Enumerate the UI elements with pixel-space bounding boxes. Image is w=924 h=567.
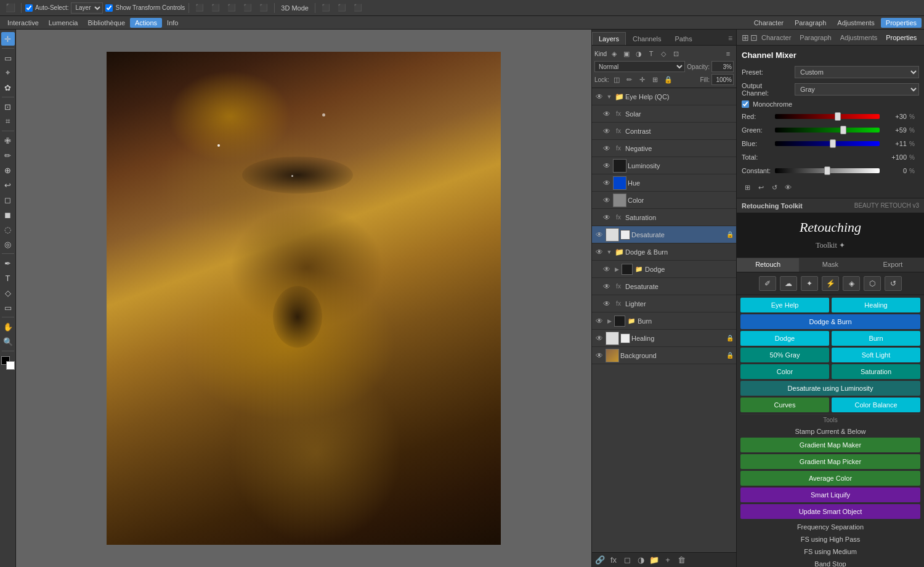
- prop-char-tab[interactable]: Character: [758, 33, 795, 43]
- zoom-tool[interactable]: 🔍: [1, 335, 15, 348]
- rt-btn-healing[interactable]: Healing: [832, 298, 920, 312]
- layer-vis-luminosity[interactable]: 👁: [602, 161, 612, 171]
- move-tool[interactable]: ✛: [1, 32, 15, 46]
- cm-constant-thumb[interactable]: [824, 166, 830, 175]
- prop-para-tab[interactable]: Paragraph: [796, 33, 835, 43]
- expand-burn[interactable]: ▶: [606, 317, 613, 325]
- expand-eye-help[interactable]: ▼: [606, 93, 613, 100]
- auto-select-checkbox[interactable]: [25, 4, 33, 12]
- lock-transparent[interactable]: ◫: [611, 74, 622, 85]
- menu-bibliotheque[interactable]: Bibliothèque: [83, 18, 130, 28]
- lock-all[interactable]: 🔒: [663, 74, 674, 85]
- rt-btn-stamp[interactable]: Stamp Current & Below: [740, 425, 920, 438]
- layer-dodge-group[interactable]: 👁 ▶ 📁 Dodge: [592, 261, 736, 278]
- layer-vis-color[interactable]: 👁: [602, 195, 612, 205]
- brush-tool[interactable]: ✏: [1, 149, 15, 162]
- cm-constant-slider[interactable]: [775, 168, 880, 173]
- rt-tab-mask[interactable]: Mask: [799, 258, 861, 272]
- eraser-tool[interactable]: ◻: [1, 193, 15, 206]
- align-btn-4[interactable]: ⬛: [241, 2, 254, 13]
- layer-vis-hue[interactable]: 👁: [602, 178, 612, 188]
- rt-btn-saturation[interactable]: Saturation: [832, 364, 920, 379]
- eyedropper-tool[interactable]: ⌗: [1, 115, 15, 128]
- layer-vis-burn[interactable]: 👁: [594, 316, 604, 326]
- cm-green-thumb[interactable]: [840, 126, 846, 134]
- lock-position[interactable]: ✛: [637, 74, 648, 85]
- rt-btn-fs-med[interactable]: FS using Medium: [740, 545, 920, 558]
- rt-btn-curves[interactable]: Curves: [740, 398, 829, 412]
- rt-btn-freq-sep[interactable]: Frequency Separation: [740, 521, 920, 533]
- layer-vis-healing[interactable]: 👁: [594, 333, 604, 343]
- layer-eye-help-group[interactable]: 👁 ▼ 📁 Eye Help (QC): [592, 88, 736, 105]
- kind-pixel[interactable]: ▣: [621, 48, 632, 59]
- layer-vis-saturation[interactable]: 👁: [602, 213, 612, 222]
- cm-icon-2[interactable]: ⊡: [750, 33, 758, 43]
- layer-desaturate[interactable]: 👁 Desaturate 🔒: [592, 226, 736, 243]
- history-brush[interactable]: ↩: [1, 178, 15, 192]
- lock-pixels[interactable]: ✏: [624, 74, 635, 85]
- layer-background[interactable]: 👁 Background 🔒: [592, 347, 736, 364]
- align-btn-5[interactable]: ⬛: [257, 2, 270, 13]
- cm-green-slider[interactable]: [775, 128, 880, 133]
- cm-bottom-btn-3[interactable]: ↺: [769, 182, 780, 193]
- ps-logo-btn[interactable]: ⬛: [4, 1, 17, 15]
- tab-channels[interactable]: Channels: [626, 32, 668, 45]
- monochrome-checkbox[interactable]: [742, 100, 749, 108]
- rt-btn-gradient-maker[interactable]: Gradient Map Maker: [740, 438, 920, 452]
- extra-btn-2[interactable]: ⬛: [335, 2, 349, 13]
- path-tool[interactable]: ◇: [1, 286, 15, 300]
- menu-lumencia[interactable]: Lumencia: [44, 18, 83, 28]
- layer-solar[interactable]: 👁 fx Solar: [592, 105, 736, 123]
- link-layers-btn[interactable]: 🔗: [594, 555, 606, 566]
- align-btn-1[interactable]: ⬛: [193, 2, 206, 13]
- rt-btn-update-smart[interactable]: Update Smart Object: [740, 504, 920, 519]
- layer-contrast[interactable]: 👁 fx Contrast: [592, 123, 736, 140]
- cm-icon-1[interactable]: ⊞: [742, 33, 749, 43]
- layer-vis-dodge-group[interactable]: 👁: [602, 264, 612, 274]
- layer-vis-eye-help[interactable]: 👁: [594, 92, 604, 102]
- rt-btn-average-color[interactable]: Average Color: [740, 471, 920, 486]
- layer-saturation[interactable]: 👁 fx Saturation: [592, 209, 736, 226]
- opacity-input[interactable]: [711, 61, 734, 72]
- add-adjustment-btn[interactable]: ◑: [635, 555, 646, 566]
- rt-btn-desaturate-lum[interactable]: Desaturate using Luminosity: [740, 381, 920, 396]
- layer-vis-lighter[interactable]: 👁: [602, 299, 612, 309]
- cm-red-thumb[interactable]: [835, 112, 841, 121]
- kind-all[interactable]: ◈: [609, 48, 620, 59]
- quick-select-tool[interactable]: ✿: [1, 81, 15, 94]
- rt-btn-smart-liquify[interactable]: Smart Liquify: [740, 487, 920, 502]
- rt-btn-eye-help[interactable]: Eye Help: [740, 298, 829, 312]
- rt-icon-undo[interactable]: ↺: [885, 276, 902, 291]
- blur-tool[interactable]: ◌: [1, 222, 15, 236]
- hand-tool[interactable]: ✋: [1, 320, 15, 333]
- crop-tool[interactable]: ⊡: [1, 100, 15, 113]
- header-properties[interactable]: Properties: [881, 18, 922, 28]
- pen-tool[interactable]: ✒: [1, 256, 15, 270]
- layer-hue[interactable]: 👁 Hue: [592, 174, 736, 192]
- extra-btn-1[interactable]: ⬛: [319, 2, 333, 13]
- rt-btn-gradient-picker[interactable]: Gradient Map Picker: [740, 454, 920, 469]
- rt-icon-lightning[interactable]: ⚡: [822, 276, 839, 291]
- rt-btn-dodge[interactable]: Dodge: [740, 331, 829, 346]
- layer-vis-negative[interactable]: 👁: [602, 144, 612, 153]
- align-btn-2[interactable]: ⬛: [209, 2, 222, 13]
- rt-icon-diamond[interactable]: ◈: [843, 276, 860, 291]
- prop-props-tab[interactable]: Properties: [882, 33, 920, 43]
- rt-tab-export[interactable]: Export: [862, 258, 924, 272]
- rt-btn-burn[interactable]: Burn: [832, 331, 920, 346]
- expand-dodge-burn[interactable]: ▼: [606, 248, 613, 256]
- add-group-btn[interactable]: 📁: [649, 555, 660, 566]
- gradient-tool[interactable]: ◼: [1, 208, 15, 221]
- lock-artboard[interactable]: ⊞: [650, 74, 661, 85]
- cm-bottom-btn-4[interactable]: 👁: [782, 182, 793, 193]
- layer-luminosity[interactable]: 👁 Luminosity: [592, 157, 736, 174]
- rt-btn-band-stop[interactable]: Band Stop: [740, 558, 920, 567]
- kind-type[interactable]: T: [646, 48, 657, 59]
- header-paragraph[interactable]: Paragraph: [790, 18, 831, 28]
- dodge-tool[interactable]: ◎: [1, 237, 15, 251]
- layer-vis-dodge-burn[interactable]: 👁: [594, 247, 604, 257]
- layer-desaturate2[interactable]: 👁 fx Desaturate: [592, 278, 736, 295]
- cm-preset-select[interactable]: Custom: [795, 66, 919, 78]
- rt-icon-hex[interactable]: ⬡: [864, 276, 881, 291]
- header-adjustments[interactable]: Adjustments: [832, 18, 880, 28]
